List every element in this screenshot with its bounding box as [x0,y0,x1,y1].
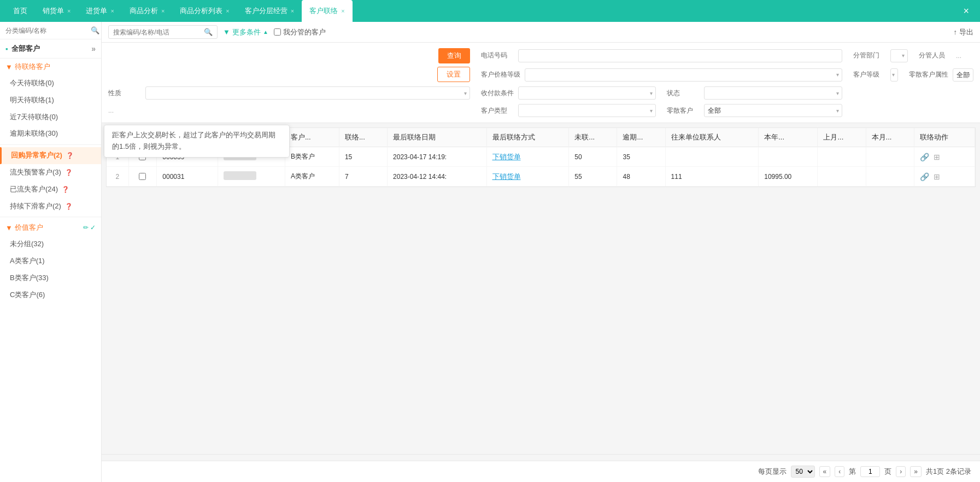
sidebar-keep-down[interactable]: 持续下滑客户(2) ❓ [0,198,101,215]
td-last-method-1[interactable]: 下销货单 [486,147,569,167]
search-icon[interactable]: 🔍 [204,28,213,36]
filter-customer-type-label: 客户类型 [481,106,514,115]
nav-close-customer-contact[interactable]: × [341,8,344,14]
filter-person-more-btn[interactable]: ... [956,52,961,60]
sidebar-already-lost[interactable]: 已流失客户(24) ❓ [0,181,101,198]
td-last-method-2[interactable]: 下销货单 [486,167,569,187]
page-suffix: 页 [884,467,891,477]
already-lost-help-icon[interactable]: ❓ [62,186,69,193]
sidebar-7day-pending[interactable]: 近7天待联络(0) [0,109,101,126]
filter-phone-input[interactable] [518,49,843,62]
td-not-contact-2: 55 [569,167,617,187]
filter-customer-level-wrap: ▾ [890,68,898,82]
filter-retail-attr-select[interactable]: 全部 [953,68,973,82]
more-conditions-btn[interactable]: ▼ 更多条件 ▲ [223,27,268,37]
my-customers-checkbox[interactable] [274,28,281,36]
action-grid-icon-2[interactable]: ⊞ [934,172,940,181]
query-button[interactable]: 查询 [438,48,470,63]
filter-more-ellipsis[interactable]: ... [108,107,114,114]
keep-down-help-icon[interactable]: ❓ [65,203,73,210]
sidebar-class-a[interactable]: A类客户(1) [0,253,101,270]
row-2-checkbox[interactable] [139,173,146,180]
th-this-month[interactable]: 本月... [866,128,914,147]
th-last-date-label: 最后联络日期 [393,133,436,141]
th-contact-count[interactable]: 联络... [339,128,387,147]
last-page-btn[interactable]: » [910,466,922,477]
th-not-contact-label: 未联... [574,133,595,141]
td-this-month-2 [866,167,914,187]
nav-label-sales: 销货单 [43,6,64,16]
filter-payment-label: 收付款条件 [481,89,514,98]
th-customer-type[interactable]: 客户... [285,128,339,147]
nav-item-product-analysis[interactable]: 商品分析 × [122,0,172,22]
sidebar-search-input[interactable] [5,27,87,34]
sidebar-overdue-pending[interactable]: 逾期未联络(30) [0,125,101,142]
nav-item-product-list[interactable]: 商品分析列表 × [172,0,237,22]
next-page-btn[interactable]: › [896,466,906,477]
filter-customer-level-select[interactable] [890,68,898,82]
nav-item-customer-tier[interactable]: 客户分层经营 × [237,0,302,22]
filter-gender-select[interactable] [145,86,470,100]
th-this-year[interactable]: 本年... [759,128,818,147]
settings-button[interactable]: 设置 [437,67,470,82]
value-customers-edit-icon[interactable]: ✏ ✓ [83,224,96,231]
filter-customer-type-select[interactable] [518,104,656,117]
filter-retail-customer-select[interactable]: 全部 [704,104,842,117]
lost-pre-help-icon[interactable]: ❓ [65,169,73,176]
filter-status-row: 状态 ▾ [667,86,842,100]
filter-retail-customer-row: 零散客户 全部 ▾ [667,104,842,117]
filter-bar: 🔍 ▼ 更多条件 ▲ 我分管的客户 ↑ 导出 [102,22,980,43]
filter-payment-select[interactable] [518,86,656,100]
filter-price-level-select[interactable] [525,68,843,82]
overdue-pending-label: 逾期未联络(30) [10,129,58,137]
filter-level-attr-row: 客户等级 ▾ 零散客户属性 全部 ▾ [853,67,973,82]
first-page-btn[interactable]: « [819,466,831,477]
page-input[interactable] [860,466,880,477]
value-customers-group[interactable]: ▼ 价值客户 ✏ ✓ [0,219,101,236]
all-customers-header[interactable]: ▪ 全部客户 » [0,39,101,59]
nav-close-customer-tier[interactable]: × [291,8,294,14]
nav-item-sales[interactable]: 销货单 × [35,0,78,22]
sidebar-lost-pre[interactable]: 流失预警客户(3) ❓ [0,164,101,181]
filter-dept-select[interactable] [890,49,908,62]
sidebar-repurchase-abnormal[interactable]: 回购异常客户(2) ❓ [0,147,101,164]
pending-contact-group[interactable]: ▼ 待联络客户 [0,59,101,75]
sidebar-today-pending[interactable]: 今天待联络(0) [0,75,101,92]
action-grid-icon-1[interactable]: ⊞ [934,153,940,161]
window-close-button[interactable]: × [958,5,975,17]
filter-status-select[interactable] [704,86,842,100]
sidebar-ungroup[interactable]: 未分组(32) [0,236,101,253]
sidebar-search-icon[interactable]: 🔍 [91,26,99,34]
nav-item-purchase[interactable]: 进货单 × [78,0,121,22]
nav-close-purchase[interactable]: × [110,8,114,14]
nav-item-home[interactable]: 首页 [5,0,35,22]
th-action-label: 联络动作 [920,133,948,141]
nav-close-sales[interactable]: × [67,8,71,14]
nav-item-customer-contact[interactable]: 客户联络 × [302,0,352,22]
th-last-method[interactable]: 最后联络方式 [486,128,569,147]
th-overdue[interactable]: 逾期... [617,128,665,147]
sidebar-collapse-btn[interactable]: » [91,44,96,53]
th-last-month[interactable]: 上月... [818,128,866,147]
td-overdue-2: 48 [617,167,665,187]
th-not-contact[interactable]: 未联... [569,128,617,147]
nav-close-product-list[interactable]: × [226,8,229,14]
sidebar-class-b[interactable]: B类客户(33) [0,270,101,287]
sidebar-tomorrow-pending[interactable]: 明天待联络(1) [0,92,101,109]
export-button[interactable]: ↑ 导出 [954,27,974,37]
per-page-select[interactable]: 50 [791,466,815,478]
last-method-link-1[interactable]: 下销货单 [492,153,521,161]
action-link-icon-2[interactable]: 🔗 [920,172,929,181]
nav-close-product-analysis[interactable]: × [161,8,165,14]
th-last-date[interactable]: 最后联络日期 [388,128,486,147]
sidebar-class-c[interactable]: C类客户(6) [0,287,101,304]
prev-page-btn[interactable]: ‹ [835,466,844,477]
action-link-icon-1[interactable]: 🔗 [920,153,929,161]
repurchase-help-icon[interactable]: ❓ [66,152,74,159]
content-area: 🔍 ▼ 更多条件 ▲ 我分管的客户 ↑ 导出 电话号码 [102,22,980,482]
search-input[interactable] [113,28,201,36]
last-method-link-2[interactable]: 下销货单 [492,172,521,181]
th-unit-contact[interactable]: 往来单位联系人 [665,128,759,147]
td-checkbox-2 [128,167,157,187]
horizontal-scrollbar[interactable] [102,454,980,461]
